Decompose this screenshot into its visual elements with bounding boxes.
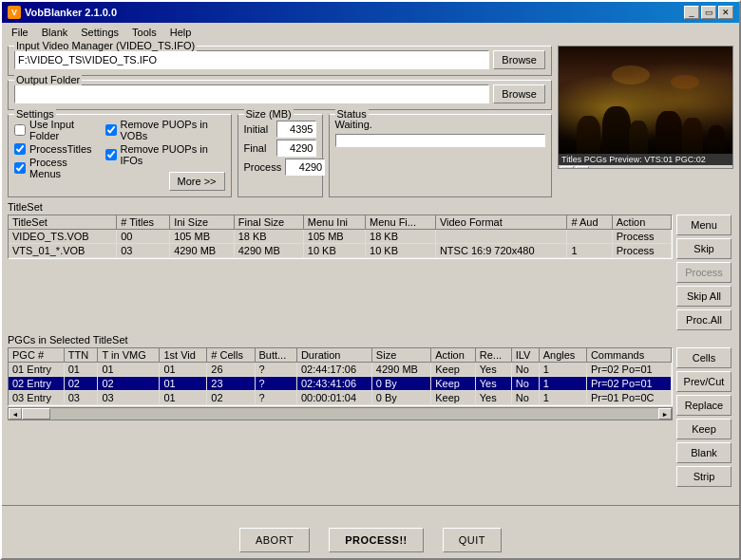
- use-input-folder-checkbox[interactable]: [14, 124, 26, 136]
- input-video-field[interactable]: [14, 50, 489, 69]
- status-text: Waiting.: [335, 119, 546, 130]
- scene-gradient: [559, 106, 733, 154]
- pgc-cell: No: [511, 363, 539, 377]
- scroll-left-button[interactable]: ◄: [9, 408, 22, 420]
- pgcs-blank-button[interactable]: Blank: [676, 442, 732, 463]
- restore-button[interactable]: ▭: [701, 6, 716, 19]
- pgc-cell: 0 By: [371, 391, 430, 405]
- output-folder-group: Output Folder Browse: [8, 80, 552, 110]
- titleset-cell: 105 MB: [170, 230, 235, 244]
- pgcs-table-wrapper: PGC # TTN T in VMG 1st Vid # Cells Butt.…: [8, 347, 673, 487]
- window-title: VobBlanker 2.1.0.0: [25, 7, 117, 18]
- titleset-cell: 1: [567, 244, 612, 258]
- remove-puops-vobs-checkbox[interactable]: [105, 124, 117, 136]
- process-value[interactable]: [285, 159, 325, 176]
- pgc-cell: Yes: [475, 391, 511, 405]
- titleset-header: TitleSet: [8, 201, 733, 213]
- abort-button[interactable]: ABORT: [239, 528, 310, 552]
- pgc-cell: 23: [207, 377, 255, 391]
- titleset-proc-all-button[interactable]: Proc.All: [676, 309, 732, 330]
- pgc-col-size: Size: [371, 348, 430, 363]
- scrollbar-track[interactable]: [22, 408, 658, 420]
- size-label: Size (MB): [244, 108, 294, 120]
- title-bar-buttons: _ ▭ ✕: [684, 6, 733, 19]
- titleset-menu-button[interactable]: Menu: [676, 215, 732, 235]
- process-menus-checkbox[interactable]: [14, 162, 26, 174]
- quit-button[interactable]: QUIT: [443, 528, 502, 552]
- pgc-cell: 02: [64, 377, 98, 391]
- scrollbar-thumb[interactable]: [22, 408, 50, 420]
- titleset-cell: 10 KB: [366, 244, 436, 258]
- scroll-right-button[interactable]: ►: [658, 408, 672, 420]
- pgc-cell: Yes: [475, 377, 511, 391]
- app-icon: V: [8, 6, 21, 19]
- titleset-skip-all-button[interactable]: Skip All: [676, 286, 732, 307]
- pgc-cell: 00:00:01:04: [296, 391, 371, 405]
- top-section: Input Video Manager (VIDEO_TS.IFO) Brows…: [8, 46, 733, 197]
- title-bar: V VobBlanker 2.1.0.0 _ ▭ ✕: [2, 2, 739, 23]
- menu-tools[interactable]: Tools: [126, 25, 162, 40]
- pgc-row[interactable]: 01 Entry01010126?02:44:17:064290 MBKeepY…: [9, 363, 672, 377]
- status-group: Status Waiting.: [329, 114, 553, 197]
- pgc-cell: Yes: [475, 363, 511, 377]
- menu-settings[interactable]: Settings: [75, 25, 124, 40]
- close-button[interactable]: ✕: [718, 6, 733, 19]
- status-strip: [2, 505, 739, 522]
- input-video-label: Input Video Manager (VIDEO_TS.IFO): [14, 42, 197, 51]
- process-menus-label: Process Menus: [29, 157, 98, 179]
- settings-col-left: Use Input Folder ProcessTitles Process M…: [14, 119, 98, 191]
- titleset-row[interactable]: VIDEO_TS.VOB00105 MB18 KB105 MB18 KBProc…: [9, 230, 672, 244]
- output-browse-button[interactable]: Browse: [493, 84, 545, 103]
- pgc-col-ilv: ILV: [511, 348, 539, 363]
- pgc-cell: 02: [98, 377, 160, 391]
- col-aud: # Aud: [567, 215, 612, 230]
- pgc-cell: Pr=02 Po=01: [586, 363, 671, 377]
- process-button[interactable]: PROCESS!!: [329, 528, 424, 552]
- pgc-cell: 02:43:41:06: [296, 377, 371, 391]
- final-label: Final: [244, 142, 273, 154]
- pgcs-keep-button[interactable]: Keep: [676, 419, 732, 439]
- col-ini-size: Ini Size: [170, 215, 235, 230]
- preview-image: [559, 47, 733, 154]
- pgc-cell: 02 Entry: [9, 377, 64, 391]
- pgcs-header-row: PGC # TTN T in VMG 1st Vid # Cells Butt.…: [9, 348, 672, 363]
- pgcs-prev-cut-button[interactable]: Prev/Cut: [676, 371, 732, 392]
- minimize-button[interactable]: _: [684, 6, 699, 19]
- pgc-row[interactable]: 02 Entry02020123?02:43:41:060 ByKeepYesN…: [9, 377, 672, 391]
- process-size-row: Process: [244, 159, 316, 176]
- preview-slider[interactable]: [591, 168, 731, 169]
- menu-blank[interactable]: Blank: [36, 25, 74, 40]
- preview-play-button[interactable]: ▶: [560, 166, 574, 169]
- pgcs-strip-button[interactable]: Strip: [676, 466, 732, 487]
- process-titles-checkbox[interactable]: [14, 143, 26, 155]
- pgcs-scrollbar[interactable]: ◄ ►: [8, 407, 673, 420]
- titleset-skip-button[interactable]: Skip: [676, 238, 732, 259]
- left-panel: Input Video Manager (VIDEO_TS.IFO) Brows…: [8, 46, 552, 197]
- preview-stop-button[interactable]: ■: [576, 166, 589, 169]
- initial-value[interactable]: [276, 121, 316, 138]
- status-bar: [335, 134, 546, 147]
- pgc-row[interactable]: 03 Entry03030102?00:00:01:040 ByKeepYesN…: [9, 391, 672, 405]
- pgc-cell: 03: [98, 391, 160, 405]
- output-folder-field[interactable]: [14, 84, 489, 103]
- col-menu-ini: Menu Ini: [303, 215, 365, 230]
- titleset-process-button[interactable]: Process: [676, 262, 732, 283]
- more-button[interactable]: More >>: [169, 172, 225, 191]
- pgc-cell: 1: [539, 391, 586, 405]
- menu-help[interactable]: Help: [164, 25, 198, 40]
- settings-content: Use Input Folder ProcessTitles Process M…: [14, 119, 225, 191]
- pgc-cell: ?: [255, 377, 296, 391]
- pgcs-replace-button[interactable]: Replace: [676, 395, 732, 416]
- pgc-cell: 01: [64, 363, 98, 377]
- titleset-thead: TitleSet # Titles Ini Size Final Size Me…: [9, 215, 672, 230]
- remove-puops-ifos-checkbox[interactable]: [105, 149, 117, 160]
- titleset-row[interactable]: VTS_01_*.VOB034290 MB4290 MB10 KB10 KBNT…: [9, 244, 672, 258]
- pgc-cell: 01: [160, 391, 207, 405]
- remove-puops-vobs-label: Remove PUOPs in VOBs: [121, 119, 225, 141]
- input-browse-button[interactable]: Browse: [493, 50, 545, 69]
- final-value[interactable]: [276, 140, 316, 157]
- menu-file[interactable]: File: [6, 25, 34, 40]
- pgcs-cells-button[interactable]: Cells: [676, 347, 732, 368]
- col-final-size: Final Size: [234, 215, 303, 230]
- pgcs-table-container: PGC # TTN T in VMG 1st Vid # Cells Butt.…: [8, 347, 673, 406]
